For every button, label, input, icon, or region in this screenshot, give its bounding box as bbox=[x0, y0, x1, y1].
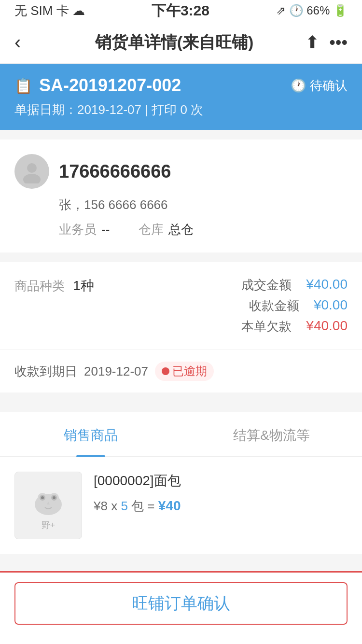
order-id: 📋 SA-20191207-002 bbox=[14, 75, 181, 96]
order-icon: 📋 bbox=[14, 77, 32, 94]
summary-section: 商品种类 1种 成交金额 ¥40.00 收款金额 ¥0.00 本单欠款 ¥40.… bbox=[0, 262, 362, 350]
product-price: ¥8 bbox=[94, 499, 108, 513]
divider-1 bbox=[0, 252, 362, 262]
product-item: 野+ [0000002]面包 ¥8 x 5 包 = ¥40 bbox=[0, 457, 362, 554]
salesperson-value: -- bbox=[101, 222, 110, 237]
warehouse-value: 总仓 bbox=[168, 221, 194, 238]
equals-sign: = bbox=[147, 499, 158, 513]
warehouse-label: 仓库 bbox=[139, 221, 164, 238]
product-unit: 包 bbox=[131, 499, 144, 513]
due-section: 收款到期日 2019-12-07 已逾期 bbox=[0, 350, 362, 392]
svg-point-8 bbox=[53, 496, 56, 499]
category-label: 商品种类 bbox=[14, 279, 65, 293]
received-amount-value: ¥0.00 bbox=[314, 297, 348, 314]
sim-status: 无 SIM 卡 ☁ bbox=[14, 2, 85, 19]
battery-icon: ⇗ 🕐 66% 🔋 bbox=[276, 4, 348, 17]
product-info: [0000002]面包 ¥8 x 5 包 = ¥40 bbox=[94, 472, 348, 539]
order-header: 📋 SA-20191207-002 🕐 待确认 单据日期：2019-12-07 … bbox=[0, 64, 362, 130]
divider-2 bbox=[0, 392, 362, 402]
product-total: ¥40 bbox=[158, 498, 181, 513]
balance-value: ¥40.00 bbox=[306, 318, 348, 335]
more-icon[interactable]: ••• bbox=[329, 32, 348, 53]
salesperson-label: 业务员 bbox=[59, 221, 97, 238]
order-date: 单据日期：2019-12-07 | 打印 0 次 bbox=[14, 101, 348, 118]
page-title: 销货单详情(来自旺铺) bbox=[95, 31, 254, 54]
overdue-text: 已逾期 bbox=[172, 364, 207, 379]
status-bar-left: 无 SIM 卡 ☁ bbox=[14, 2, 85, 19]
svg-point-1 bbox=[23, 174, 41, 183]
tabs-header: 销售商品 结算&物流等 bbox=[0, 412, 362, 457]
transaction-amount-label: 成交金额 bbox=[241, 277, 292, 294]
clock-icon: 🕐 bbox=[291, 78, 306, 93]
tab-settlement[interactable]: 结算&物流等 bbox=[181, 412, 362, 456]
tab-products[interactable]: 销售商品 bbox=[0, 412, 181, 456]
svg-point-7 bbox=[41, 496, 44, 499]
nav-bar: ‹ 销货单详情(来自旺铺) ⬆ ••• bbox=[0, 21, 362, 64]
received-amount-label: 收款金额 bbox=[249, 297, 299, 314]
customer-meta: 业务员 -- 仓库 总仓 bbox=[59, 221, 348, 238]
product-name: [0000002]面包 bbox=[94, 472, 348, 490]
nav-actions: ⬆ ••• bbox=[305, 32, 348, 53]
status-bar-right: ⇗ 🕐 66% 🔋 bbox=[276, 4, 348, 17]
order-status: 🕐 待确认 bbox=[291, 77, 348, 94]
bottom-area: 旺铺订单确认 bbox=[0, 571, 362, 644]
confirm-button[interactable]: 旺铺订单确认 bbox=[14, 582, 348, 625]
overdue-badge: 已逾期 bbox=[155, 362, 214, 381]
product-logo: 野+ bbox=[29, 480, 68, 531]
avatar bbox=[14, 154, 49, 189]
status-bar: 无 SIM 卡 ☁ 下午3:28 ⇗ 🕐 66% 🔋 bbox=[0, 0, 362, 21]
customer-info: 张，156 6666 6666 bbox=[59, 196, 348, 213]
svg-point-0 bbox=[27, 163, 37, 173]
share-icon[interactable]: ⬆ bbox=[305, 32, 320, 53]
due-date: 2019-12-07 bbox=[84, 364, 148, 379]
product-quantity: 5 bbox=[121, 499, 127, 513]
status-bar-time: 下午3:28 bbox=[152, 1, 209, 21]
due-label: 收款到期日 bbox=[14, 363, 77, 380]
overdue-dot-icon bbox=[162, 367, 169, 375]
customer-section: 17666666666 张，156 6666 6666 业务员 -- 仓库 总仓 bbox=[0, 140, 362, 252]
product-price-line: ¥8 x 5 包 = ¥40 bbox=[94, 498, 348, 515]
product-image: 野+ bbox=[14, 472, 82, 539]
transaction-amount-value: ¥40.00 bbox=[306, 277, 348, 294]
multiply-sign: x bbox=[111, 499, 121, 513]
customer-phone: 17666666666 bbox=[59, 161, 171, 182]
tabs-section: 销售商品 结算&物流等 bbox=[0, 412, 362, 554]
balance-label: 本单欠款 bbox=[241, 318, 292, 335]
amounts: 成交金额 ¥40.00 收款金额 ¥0.00 本单欠款 ¥40.00 bbox=[241, 277, 348, 335]
category-value: 1种 bbox=[73, 278, 94, 293]
back-button[interactable]: ‹ bbox=[14, 31, 43, 53]
